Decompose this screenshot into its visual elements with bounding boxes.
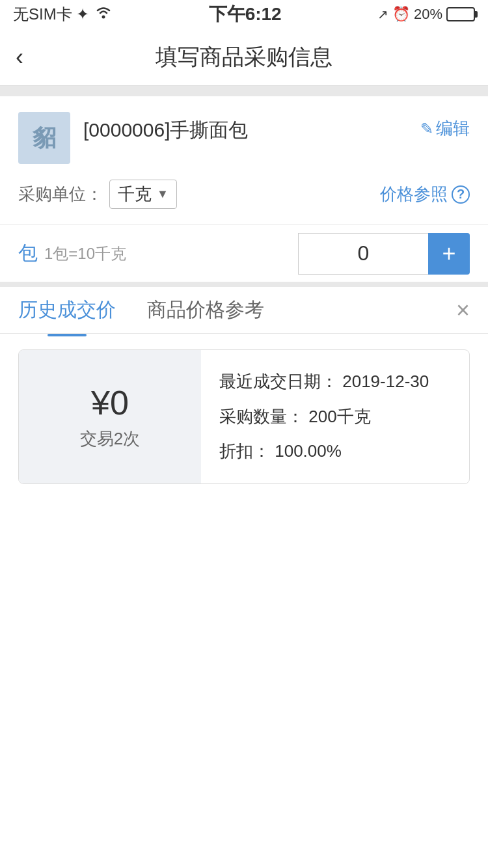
product-header: 貂 [0000006]手撕面包 ✎ 编辑 <box>18 112 470 164</box>
tab-bar: 历史成交价 商品价格参考 × <box>0 282 488 334</box>
unit-row: 采购单位： 千克 ▼ 价格参照 ? <box>18 180 470 209</box>
qty-value: 0 <box>358 241 370 265</box>
close-icon: × <box>456 297 470 323</box>
unit-value: 千克 <box>118 183 152 206</box>
product-thumbnail: 貂 <box>18 112 70 164</box>
tab-history-price[interactable]: 历史成交价 <box>18 284 116 336</box>
discount-label: 折扣： <box>219 441 270 461</box>
tab-close-button[interactable]: × <box>456 297 470 324</box>
price-trades: 交易2次 <box>80 427 140 450</box>
price-amount: ¥0 <box>91 383 129 422</box>
recent-date-label: 最近成交日期： <box>219 372 338 391</box>
unit-label: 采购单位： <box>18 183 103 206</box>
back-button[interactable]: ‹ <box>16 44 23 71</box>
qty-detail-value: 200千克 <box>308 407 370 426</box>
tabs-group: 历史成交价 商品价格参考 <box>18 284 264 336</box>
edit-icon: ✎ <box>420 120 433 138</box>
edit-button[interactable]: ✎ 编辑 <box>420 117 470 140</box>
qty-conversion: 1包=10千克 <box>44 243 126 264</box>
tab1-label: 历史成交价 <box>18 297 116 323</box>
location-icon: ↗ <box>377 7 388 22</box>
plus-icon: + <box>442 240 455 267</box>
tab2-label: 商品价格参考 <box>147 297 264 323</box>
price-card-left: ¥0 交易2次 <box>19 350 201 483</box>
battery-percent: 20% <box>414 6 442 23</box>
section-divider-top <box>0 86 488 96</box>
qty-label-group: 包 1包=10千克 <box>18 240 126 267</box>
wifi-icon <box>94 5 113 23</box>
svg-point-0 <box>102 16 105 19</box>
status-bar: 无SIM卡 ✦ 下午6:12 ↗ ⏰ 20% <box>0 0 488 29</box>
tab-price-reference[interactable]: 商品价格参考 <box>147 284 264 336</box>
status-right: ↗ ⏰ 20% <box>377 6 475 23</box>
status-left: 无SIM卡 ✦ <box>13 4 113 25</box>
quantity-section: 包 1包=10千克 0 + <box>0 224 488 282</box>
qty-plus-button[interactable]: + <box>428 233 470 275</box>
unit-dropdown-arrow: ▼ <box>157 187 169 201</box>
battery-icon <box>446 7 475 21</box>
price-ref-button[interactable]: 价格参照 ? <box>380 183 470 206</box>
product-left: 貂 [0000006]手撕面包 <box>18 112 248 164</box>
product-thumb-icon: 貂 <box>33 126 56 150</box>
edit-label: 编辑 <box>436 117 470 140</box>
nav-bar: ‹ 填写商品采购信息 <box>0 29 488 86</box>
alarm-icon: ⏰ <box>392 6 410 23</box>
page-title: 填写商品采购信息 <box>156 42 332 72</box>
price-card: ¥0 交易2次 最近成交日期： 2019-12-30 采购数量： 200千克 折… <box>18 349 470 484</box>
carrier-text: 无SIM卡 ✦ <box>13 4 89 25</box>
price-ref-help-icon: ? <box>452 185 470 204</box>
recent-date-row: 最近成交日期： 2019-12-30 <box>219 368 451 396</box>
product-name: [0000006]手撕面包 <box>83 117 248 144</box>
unit-selector-group: 采购单位： 千克 ▼ <box>18 180 177 209</box>
qty-unit-badge: 包 <box>18 240 38 267</box>
qty-input[interactable]: 0 <box>298 233 428 275</box>
discount-value: 100.00% <box>275 441 342 461</box>
product-section: 貂 [0000006]手撕面包 ✎ 编辑 采购单位： 千克 ▼ 价格参照 ? <box>0 96 488 224</box>
qty-input-group: 0 + <box>298 233 470 275</box>
history-price-section: ¥0 交易2次 最近成交日期： 2019-12-30 采购数量： 200千克 折… <box>0 334 488 500</box>
discount-row: 折扣： 100.00% <box>219 438 451 465</box>
qty-row: 采购数量： 200千克 <box>219 403 451 431</box>
price-ref-label: 价格参照 <box>380 183 448 206</box>
unit-select[interactable]: 千克 ▼ <box>109 180 177 209</box>
recent-date-value: 2019-12-30 <box>342 372 429 391</box>
price-card-right: 最近成交日期： 2019-12-30 采购数量： 200千克 折扣： 100.0… <box>201 350 469 483</box>
qty-label: 采购数量： <box>219 407 304 426</box>
status-time: 下午6:12 <box>209 2 282 27</box>
main-content-area <box>0 500 488 868</box>
